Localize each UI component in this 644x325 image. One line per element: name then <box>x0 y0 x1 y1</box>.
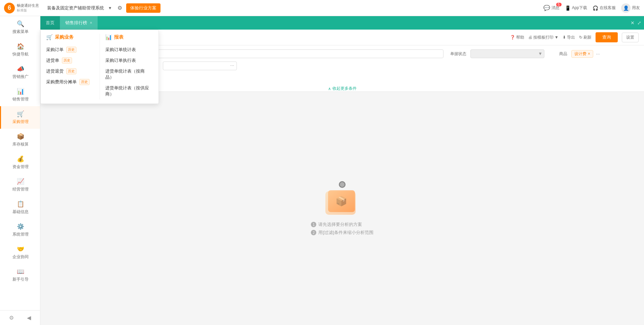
sidebar-item-sales[interactable]: 📊 销售管理 <box>0 84 40 106</box>
empty-hint-2: 2 用[过滤]条件来缩小分析范围 <box>311 230 373 236</box>
logo-icon: 6 <box>4 3 15 13</box>
guide-icon: 📖 <box>17 268 24 275</box>
history-badge: 历史 <box>66 68 76 74</box>
tab-close-icon[interactable]: × <box>90 21 92 25</box>
system-dropdown-btn[interactable]: ▼ <box>107 5 113 11</box>
sidebar-item-operations[interactable]: 📈 经营管理 <box>0 174 40 196</box>
sidebar-item-label: 系统管理 <box>12 232 29 237</box>
history-badge: 历史 <box>62 57 72 64</box>
sidebar-item-basic-info[interactable]: 📋 基础信息 <box>0 196 40 219</box>
tab-expand-btn[interactable]: ⤢ <box>637 20 641 26</box>
dropdown-item-purchase-order[interactable]: 采购订单 历史 <box>46 44 94 55</box>
dropdown-item-purchase-order-stat[interactable]: 采购订单统计表 <box>105 44 153 55</box>
system-settings-btn[interactable]: ⚙ <box>116 3 123 12</box>
dropdown-col2-icon: 📊 <box>105 34 112 40</box>
dropdown-item-stock-in-stat-supplier[interactable]: 进货单统计表（按供应商） <box>105 83 153 99</box>
sidebar-item-inventory[interactable]: 📦 库存核算 <box>0 129 40 151</box>
tab-home[interactable]: 首页 <box>40 16 60 30</box>
help-label: 帮助 <box>516 35 524 40</box>
sidebar-item-collab[interactable]: 🤝 企业协同 <box>0 241 40 264</box>
finance-icon: 💰 <box>17 155 24 163</box>
sidebar-settings-btn[interactable]: ⚙ <box>9 315 14 321</box>
sidebar-collapse-btn[interactable]: ◀ <box>27 315 31 321</box>
main-content: 📦 1 请先选择要分析的方案 2 用[过滤]条件来缩小分析范围 <box>40 92 644 325</box>
sidebar-item-marketing[interactable]: 📣 营销推广 <box>0 61 40 84</box>
tab-sales-rank-label: 销售排行榜 <box>65 20 87 26</box>
system-icon: ⚙️ <box>17 223 24 230</box>
dropdown-item-stock-return[interactable]: 进货退货 历史 <box>46 66 94 77</box>
sidebar-item-label: 快捷导航 <box>12 51 29 57</box>
empty-state: 📦 1 请先选择要分析的方案 2 用[过滤]条件来缩小分析范围 <box>311 181 373 236</box>
goods-label: 商品 <box>548 51 567 57</box>
sidebar-item-label: 经营管理 <box>12 187 29 192</box>
history-badge: 历史 <box>79 79 90 85</box>
help-btn[interactable]: ❓ 帮助 <box>510 35 524 40</box>
marketing-icon: 📣 <box>17 65 24 73</box>
date-input[interactable] <box>110 49 443 58</box>
refresh-icon: ↻ <box>579 35 582 40</box>
tab-close-btn[interactable]: ✕ <box>631 20 635 26</box>
dropdown-col1-icon: 🛒 <box>46 34 53 40</box>
dropdown-item-stock-in-stat-goods[interactable]: 进货单统计表（按商品） <box>105 66 153 83</box>
system-name: 装备及固定资产辅助管理系统 <box>47 5 104 11</box>
print-btn[interactable]: 🖨 按模板打印 ▼ <box>528 35 559 40</box>
dropdown-item-label: 进货单统计表（按供应商） <box>105 85 153 97</box>
salesperson-more-btn[interactable]: ··· <box>229 63 236 68</box>
online-service-label: 在线客服 <box>600 5 616 11</box>
tab-sales-rank[interactable]: 销售排行榜 × <box>60 16 98 30</box>
sidebar-item-label: 营销推广 <box>12 74 29 80</box>
logo-sub: 标准版 <box>17 8 39 13</box>
empty-illustration: 📦 <box>322 181 362 215</box>
help-icon: ❓ <box>510 35 515 40</box>
sidebar-item-system[interactable]: ⚙️ 系统管理 <box>0 219 40 241</box>
history-badge: 历史 <box>66 47 76 53</box>
dropdown-col2-title-text: 报表 <box>114 34 123 40</box>
message-badge: 5 <box>556 3 562 6</box>
dropdown-item-label: 采购费用分摊单 <box>46 79 77 85</box>
empty-hint-1: 1 请先选择要分析的方案 <box>311 221 373 228</box>
app-download-btn[interactable]: 📱 App下载 <box>565 5 587 11</box>
inventory-icon: 📦 <box>17 133 24 140</box>
status-select[interactable] <box>470 49 544 58</box>
dropdown-menu: 🛒 采购业务 采购订单 历史 进货单 历史 进货退货 历史 采购费用分摊单 历史… <box>40 30 159 104</box>
user-area[interactable]: 👤 用友 <box>621 3 640 13</box>
top-header: 6 畅捷通好生意 标准版 装备及固定资产辅助管理系统 ▼ ⚙ 体验行业方案 💬 … <box>0 0 644 16</box>
home-icon: 🏠 <box>17 43 24 50</box>
online-service-btn[interactable]: 🎧 在线客服 <box>593 5 616 11</box>
header-middle: 装备及固定资产辅助管理系统 ▼ ⚙ 体验行业方案 <box>47 3 543 13</box>
settings-btn[interactable]: 设置 <box>622 33 639 42</box>
app-download-label: App下载 <box>572 5 587 11</box>
sidebar-item-label: 资金管理 <box>12 164 29 170</box>
collab-icon: 🤝 <box>17 245 24 253</box>
sidebar-item-purchase[interactable]: 🛒 采购管理 <box>0 106 40 129</box>
sidebar-item-finance[interactable]: 💰 资金管理 <box>0 151 40 174</box>
dropdown-item-stock-in[interactable]: 进货单 历史 <box>46 55 94 66</box>
industry-btn[interactable]: 体验行业方案 <box>126 3 160 13</box>
tab-bar-right: ✕ ⤢ <box>631 20 644 26</box>
message-btn[interactable]: 💬 5 消息 <box>543 5 560 11</box>
query-btn[interactable]: 查询 <box>596 32 618 42</box>
sidebar-bottom: ⚙ ◀ <box>0 310 40 325</box>
sidebar-item-guide[interactable]: 📖 新手引导 <box>0 264 40 286</box>
export-icon: ⬇ <box>563 35 566 40</box>
export-label: 导出 <box>567 35 575 40</box>
dropdown-item-purchase-order-exec[interactable]: 采购订单执行表 <box>105 55 153 66</box>
sidebar: 🔍 搜索菜单 🏠 快捷导航 📣 营销推广 📊 销售管理 🛒 采购管理 📦 库存核… <box>0 16 40 325</box>
dropdown-col1-title: 🛒 采购业务 <box>46 34 94 40</box>
print-icon: 🖨 <box>528 35 532 40</box>
dropdown-item-label: 进货退货 <box>46 68 64 74</box>
dropdown-item-purchase-fee[interactable]: 采购费用分摊单 历史 <box>46 77 94 87</box>
sidebar-item-label: 销售管理 <box>12 96 29 102</box>
salesperson-input[interactable] <box>163 62 237 70</box>
sidebar-item-label: 企业协同 <box>12 254 29 260</box>
header-right: 💬 5 消息 📱 App下载 🎧 在线客服 👤 用友 <box>543 3 640 13</box>
goods-more-btn[interactable]: ··· <box>595 51 601 56</box>
refresh-btn[interactable]: ↻ 刷新 <box>579 35 592 40</box>
goods-tag-close[interactable]: × <box>588 51 590 56</box>
sidebar-item-search[interactable]: 🔍 搜索菜单 <box>0 16 40 39</box>
sidebar-item-quick-nav[interactable]: 🏠 快捷导航 <box>0 39 40 61</box>
print-label: 按模板打印 <box>533 35 553 40</box>
logo-text: 畅捷通好生意 <box>17 3 39 8</box>
export-btn[interactable]: ⬇ 导出 <box>563 35 575 40</box>
print-dropdown-icon: ▼ <box>554 35 559 40</box>
